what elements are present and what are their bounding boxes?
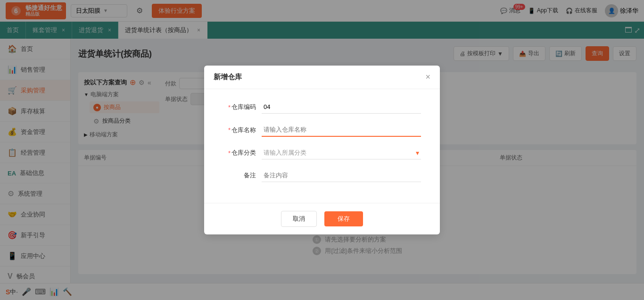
cancel-button[interactable]: 取消: [281, 211, 317, 227]
note-label: 备注: [223, 171, 256, 180]
form-row-note: 备注: [223, 169, 421, 182]
modal-close-button[interactable]: ×: [425, 72, 430, 82]
form-row-category: * 仓库分类 请输入所属分类 ▾: [223, 146, 421, 159]
name-required-star: *: [228, 126, 231, 133]
modal-footer: 取消 保存: [204, 203, 440, 234]
code-label-text: 仓库编码: [231, 103, 256, 111]
modal-body: * 仓库编码 * 仓库名称 * 仓库分类: [204, 89, 440, 203]
name-label: * 仓库名称: [223, 126, 256, 134]
name-label-text: 仓库名称: [231, 126, 256, 134]
category-select[interactable]: 请输入所属分类: [262, 146, 421, 159]
form-row-name: * 仓库名称: [223, 123, 421, 137]
code-required-star: *: [228, 104, 231, 111]
name-input[interactable]: [262, 123, 421, 137]
note-input[interactable]: [262, 169, 421, 182]
category-select-wrapper: 请输入所属分类 ▾: [262, 146, 421, 159]
modal-overlay: 新增仓库 × * 仓库编码 * 仓库名称: [0, 0, 644, 300]
new-warehouse-modal: 新增仓库 × * 仓库编码 * 仓库名称: [204, 66, 440, 234]
category-label-text: 仓库分类: [231, 149, 256, 157]
note-label-text: 备注: [244, 171, 256, 180]
form-row-code: * 仓库编码: [223, 100, 421, 114]
modal-header: 新增仓库 ×: [204, 66, 440, 89]
category-required-star: *: [228, 150, 231, 157]
save-button[interactable]: 保存: [324, 211, 363, 226]
code-input[interactable]: [262, 100, 421, 114]
category-label: * 仓库分类: [223, 149, 256, 157]
modal-title: 新增仓库: [214, 73, 242, 82]
code-label: * 仓库编码: [223, 103, 256, 111]
